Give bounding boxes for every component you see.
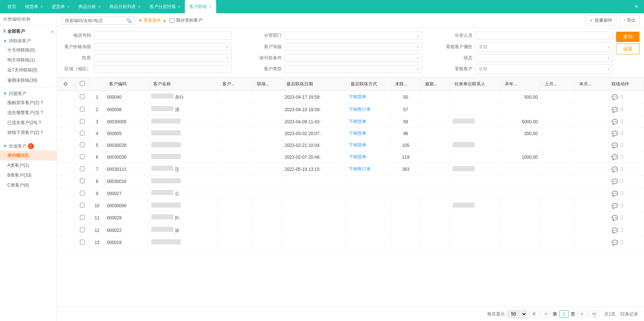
nature-select[interactable]: ∨ [94,54,232,62]
action-menu-icon-3[interactable]: ⠿ [620,131,624,137]
more-conditions-button[interactable]: ▼ 更多条件 ▲ [138,17,167,24]
nav-tab-home[interactable]: 首页 [3,0,21,13]
action-menu-icon-5[interactable]: ⠿ [620,154,624,160]
sidebar-item-b-class[interactable]: B类客户(33) [0,170,57,180]
contact-method-link-6[interactable]: 下销售订单 [349,166,371,172]
row-select-checkbox-10[interactable] [80,215,85,220]
action-menu-icon-10[interactable]: ⠿ [620,215,624,221]
row-select-checkbox-9[interactable] [80,203,85,208]
action-chat-icon-1[interactable]: 💬 [612,107,618,113]
retail-customer-select[interactable]: 全部 ∨ [475,64,613,74]
select-all-checkbox[interactable] [80,81,85,86]
retail-attr-select[interactable]: 全部 ∨ [475,42,613,52]
nav-tab-product-analysis-list[interactable]: 商品分析列表 × [105,0,145,13]
customer-grade-select[interactable]: ∨ [285,43,422,51]
action-menu-icon-2[interactable]: ⠿ [620,119,624,125]
contact-method-link-2[interactable]: 下销货单 [349,119,366,124]
my-customers-filter[interactable]: 我分管的客户 [170,17,203,24]
price-grade-select[interactable]: ∨ [94,43,232,51]
row-select-checkbox-6[interactable] [80,166,85,171]
action-menu-icon-1[interactable]: ⠿ [620,107,624,113]
row-select-checkbox-3[interactable] [80,131,85,135]
query-button[interactable]: 查询 [616,32,640,42]
row-select-checkbox-4[interactable] [80,142,85,147]
contact-method-link-5[interactable]: 下销货单 [349,154,366,159]
sidebar-item-lost[interactable]: 已流失客户(24) ? [0,118,57,128]
close-product-list-icon[interactable]: × [138,4,140,9]
prev-page-button[interactable]: < [541,310,550,318]
my-customers-checkbox[interactable] [170,18,175,23]
contact-method-link-0[interactable]: 下销货单 [349,94,366,99]
table-settings-button[interactable]: ⚙ [63,80,69,88]
close-purchase-icon[interactable]: × [67,4,69,9]
dept-select[interactable]: ∨ [285,32,422,39]
sidebar-item-churn-risk[interactable]: 流失预警客户(3) ? [0,108,57,118]
sidebar-item-week[interactable]: 近7天待联络(0) [0,65,57,75]
customer-type-select[interactable]: ∨ [285,65,422,73]
sidebar-collapse-icon[interactable]: « [51,29,54,34]
sidebar-item-c-class[interactable]: C类客户(6) [0,180,57,190]
close-all-button[interactable]: × [632,2,641,11]
page-size-select[interactable]: 50 100 200 [507,310,527,318]
row-select-checkbox-5[interactable] [80,154,85,159]
action-menu-icon-4[interactable]: ⠿ [620,142,624,148]
action-menu-icon-8[interactable]: ⠿ [620,191,624,197]
sidebar-item-abnormal[interactable]: 囤购异常客户(2) ? [0,98,57,108]
action-menu-icon-6[interactable]: ⠿ [620,166,624,172]
action-menu-icon-11[interactable]: ⠿ [620,227,624,233]
contact-method-link-3[interactable]: 下销货单 [349,131,366,136]
sidebar-group-pending[interactable]: ▼ 待联络客户 [0,36,57,45]
action-chat-icon-5[interactable]: 💬 [612,154,618,160]
action-chat-icon-10[interactable]: 💬 [612,215,618,221]
action-chat-icon-6[interactable]: 💬 [612,166,618,172]
action-menu-icon-12[interactable]: ⠿ [620,240,624,246]
row-select-checkbox-1[interactable] [80,107,85,112]
nav-tab-customer-contact[interactable]: 客户联络 × [185,0,216,13]
nav-tab-purchase[interactable]: 进货单 × [47,0,74,13]
action-chat-icon-12[interactable]: 💬 [612,240,618,246]
reset-button[interactable]: 设置 [616,43,640,54]
sidebar-item-unclassified[interactable]: 未分组(32) [0,151,57,160]
nav-tab-customer-segment[interactable]: 客户分层经客 × [145,0,185,13]
action-chat-icon-7[interactable]: 💬 [612,179,618,184]
all-customers-header[interactable]: ⠿ 全部客户 « [0,25,57,36]
close-product-analysis-icon[interactable]: × [98,4,101,9]
manager-select[interactable]: ··· [475,32,613,39]
action-chat-icon-9[interactable]: 💬 [612,203,618,209]
row-select-checkbox-11[interactable] [80,227,85,232]
sidebar-item-declining[interactable]: 持续下滑客户(2) ? [0,128,57,138]
next-page-button[interactable]: > [577,310,587,318]
action-chat-icon-2[interactable]: 💬 [612,119,618,125]
sidebar-item-tomorrow[interactable]: 明天待联络(1) [0,55,57,65]
action-chat-icon-11[interactable]: 💬 [612,227,618,233]
last-page-button[interactable]: >| [589,310,599,318]
main-search-icon[interactable]: 🔍 [126,18,132,23]
row-select-checkbox-12[interactable] [80,240,85,244]
action-menu-icon-0[interactable]: ⠿ [620,94,624,100]
sidebar-search-input[interactable] [3,17,57,22]
close-customer-contact-icon[interactable]: × [209,4,211,9]
sidebar-item-overdue[interactable]: 逾期未联络(30) [0,75,57,85]
action-chat-icon-4[interactable]: 💬 [612,142,618,148]
action-menu-icon-9[interactable]: ⠿ [620,203,624,209]
region-select[interactable]: ··· [94,65,232,73]
nav-tab-sales[interactable]: 销货单 × [21,0,47,13]
row-select-checkbox-7[interactable] [80,179,85,183]
payment-select[interactable]: ∨ [285,54,422,62]
export-button[interactable]: ↑ 导出 [619,15,640,25]
sidebar-group-value[interactable]: ▼ 价值客户 C [0,141,57,151]
close-customer-segment-icon[interactable]: × [178,4,180,9]
sidebar-item-a-class[interactable]: A类客户(1) [0,160,57,170]
close-sales-icon[interactable]: × [41,4,43,9]
status-select[interactable]: ∨ [475,54,613,62]
phone-input[interactable] [94,31,232,40]
row-select-checkbox-0[interactable] [80,94,85,99]
contact-method-link-4[interactable]: 下销货单 [349,142,366,148]
action-menu-icon-7[interactable]: ⠿ [620,179,624,184]
nav-tab-product-analysis[interactable]: 商品分析 × [74,0,105,13]
action-chat-icon-3[interactable]: 💬 [612,131,618,137]
first-page-button[interactable]: K [529,310,539,318]
contact-method-link-1[interactable]: 下销售订单 [349,107,371,112]
sidebar-item-today[interactable]: 今天待联络(0) [0,45,57,55]
main-search-input[interactable] [65,18,125,23]
